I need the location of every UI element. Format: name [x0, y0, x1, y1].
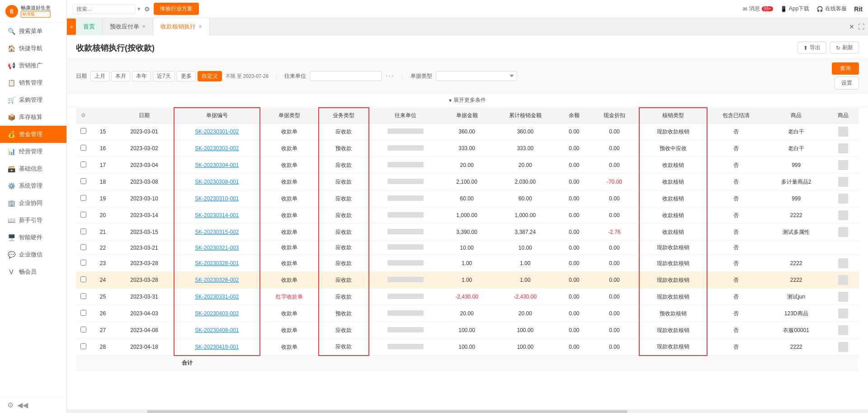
sales-icon: 📋	[7, 79, 15, 86]
th-bill-no[interactable]: 单据编号	[174, 108, 260, 123]
sidebar-item-base[interactable]: 🗃️ 基础信息	[0, 160, 66, 177]
td-bill-no[interactable]: SK-20230301-002	[174, 123, 260, 140]
td-bill-no[interactable]: SK-20230308-001	[174, 174, 260, 190]
tab-prepay[interactable]: 预收应付单 ✕	[103, 18, 153, 35]
td-check[interactable]	[76, 207, 91, 224]
date-btn-last-month[interactable]: 上月	[90, 71, 109, 81]
td-include-settled: 否	[707, 157, 765, 174]
date-btn-this-month[interactable]: 本月	[111, 71, 130, 81]
bill-type-select[interactable]	[436, 71, 517, 81]
sidebar-item-search[interactable]: 🔍 搜索菜单	[0, 23, 66, 40]
td-check[interactable]	[76, 322, 91, 339]
date-btn-this-year[interactable]: 本年	[132, 71, 151, 81]
td-check[interactable]	[76, 339, 91, 356]
expand-more-btn[interactable]: ▾ 展开更多条件	[449, 96, 486, 104]
td-biz-type: 应收款	[319, 190, 369, 207]
refresh-button[interactable]: ↻ 刷新	[830, 42, 859, 54]
th-goods-img[interactable]: 商品	[827, 108, 859, 123]
th-balance[interactable]: 余额	[558, 108, 590, 123]
user-account[interactable]: Rit	[854, 5, 863, 13]
date-btn-custom[interactable]: 自定义	[198, 71, 222, 81]
td-bill-no[interactable]: SK-20230314-001	[174, 207, 260, 224]
scroll-indicator[interactable]	[67, 409, 868, 413]
th-bill-amount[interactable]: 单据金额	[441, 108, 492, 123]
sidebar-item-corp[interactable]: 🏢 企业协同	[0, 195, 66, 212]
td-bill-no[interactable]: SK-20230310-001	[174, 190, 260, 207]
td-biz-type: 应收款	[319, 123, 369, 140]
td-partner	[369, 157, 441, 174]
tab-home[interactable]: 首页	[76, 18, 103, 35]
td-bill-no[interactable]: SK-20230408-001	[174, 322, 260, 339]
online-service-action[interactable]: 🎧 在线客服	[816, 5, 847, 13]
td-seq: 23	[91, 255, 115, 272]
td-check[interactable]	[76, 255, 91, 272]
sidebar-item-purchase[interactable]: 🛒 采购管理	[0, 91, 66, 109]
sidebar-item-quick[interactable]: 🏠 快捷导航	[0, 40, 66, 57]
th-partner[interactable]: 往来单位	[369, 108, 441, 123]
collapse-icon[interactable]: ◀◀	[17, 401, 28, 409]
date-btn-more[interactable]: 更多	[177, 71, 196, 81]
td-bill-no[interactable]: SK-20230418-001	[174, 339, 260, 356]
topbar-settings-icon[interactable]: ⚙	[144, 5, 150, 13]
th-settings[interactable]: ⚙	[76, 108, 91, 123]
topbar-dropdown-icon[interactable]: ▾	[137, 5, 141, 12]
tab-collection[interactable]: 收款核销执行 ✕	[153, 18, 210, 35]
tabbar-close-icon[interactable]: ✕	[849, 23, 854, 30]
td-bill-no[interactable]: SK-20230302-002	[174, 140, 260, 157]
td-check[interactable]	[76, 123, 91, 140]
sidebar-item-operation[interactable]: 📊 经营管理	[0, 143, 66, 160]
sidebar-item-marketing[interactable]: 📢 营销推广	[0, 57, 66, 74]
topbar-search-input[interactable]	[72, 4, 136, 14]
sidebar-item-guide[interactable]: 📖 新手引导	[0, 212, 66, 229]
export-button[interactable]: ⬆ 导出	[797, 42, 826, 54]
th-cancel-type[interactable]: 核销类型	[639, 108, 707, 123]
td-balance: 0.00	[558, 157, 590, 174]
td-bill-no[interactable]: SK-20230304-001	[174, 157, 260, 174]
th-cash-discount[interactable]: 现金折扣	[590, 108, 640, 123]
td-check[interactable]	[76, 140, 91, 157]
app-download-action[interactable]: 📱 App下载	[780, 5, 809, 13]
sidebar-item-system[interactable]: ⚙️ 系统管理	[0, 177, 66, 195]
sidebar-item-member[interactable]: V 畅会员	[0, 263, 66, 280]
td-cancel-type: 现款收款核销	[639, 123, 707, 140]
industry-solution-button[interactable]: 体验行业方案	[154, 3, 199, 15]
message-action[interactable]: ✉ 消息 99+	[743, 5, 773, 13]
th-bill-type[interactable]: 单据类型	[260, 108, 319, 123]
sidebar-item-inventory[interactable]: 📦 库存核算	[0, 109, 66, 126]
th-include-settled[interactable]: 包含已结清	[707, 108, 765, 123]
tab-prepay-close-icon[interactable]: ✕	[142, 24, 146, 29]
settings-bottom-icon[interactable]: ⚙	[7, 401, 14, 409]
td-bill-no[interactable]: SK-20230331-002	[174, 289, 260, 305]
td-check[interactable]	[76, 157, 91, 174]
td-bill-no[interactable]: SK-20230328-002	[174, 272, 260, 289]
th-biz-type[interactable]: 业务类型	[319, 108, 369, 123]
td-check[interactable]	[76, 305, 91, 322]
sidebar-item-finance[interactable]: 💰 资金管理	[0, 126, 66, 143]
partner-filter-input[interactable]	[310, 71, 382, 81]
tab-collection-close-icon[interactable]: ✕	[198, 24, 202, 29]
query-button[interactable]: 查询	[832, 62, 859, 75]
td-biz-type: 应收款	[319, 241, 369, 255]
sidebar-item-hardware[interactable]: 🖥️ 智能硬件	[0, 229, 66, 246]
td-bill-no[interactable]: SK-20230321-003	[174, 241, 260, 255]
td-check[interactable]	[76, 174, 91, 190]
th-goods[interactable]: 商品	[765, 108, 827, 123]
date-btn-7days[interactable]: 近7天	[153, 71, 175, 81]
td-check[interactable]	[76, 241, 91, 255]
tabbar-expand-icon[interactable]: ⛶	[858, 23, 864, 30]
column-settings-icon[interactable]: ⚙	[81, 112, 86, 119]
sidebar-item-wechat[interactable]: 💬 企业微信	[0, 246, 66, 263]
td-bill-no[interactable]: SK-20230403-002	[174, 305, 260, 322]
sidebar-label-sales: 销售管理	[19, 79, 42, 87]
sidebar-item-sales[interactable]: 📋 销售管理	[0, 74, 66, 91]
td-check[interactable]	[76, 289, 91, 305]
th-total-cancel[interactable]: 累计核销金额	[492, 108, 558, 123]
td-bill-no[interactable]: SK-20230328-001	[174, 255, 260, 272]
td-check[interactable]	[76, 190, 91, 207]
tab-expand-btn[interactable]: »	[67, 19, 76, 35]
filter-setting-button[interactable]: 设置	[835, 76, 859, 90]
th-date[interactable]: 日期	[115, 108, 174, 123]
td-check[interactable]	[76, 224, 91, 241]
td-check[interactable]	[76, 272, 91, 289]
td-bill-no[interactable]: SK-20230315-002	[174, 224, 260, 241]
